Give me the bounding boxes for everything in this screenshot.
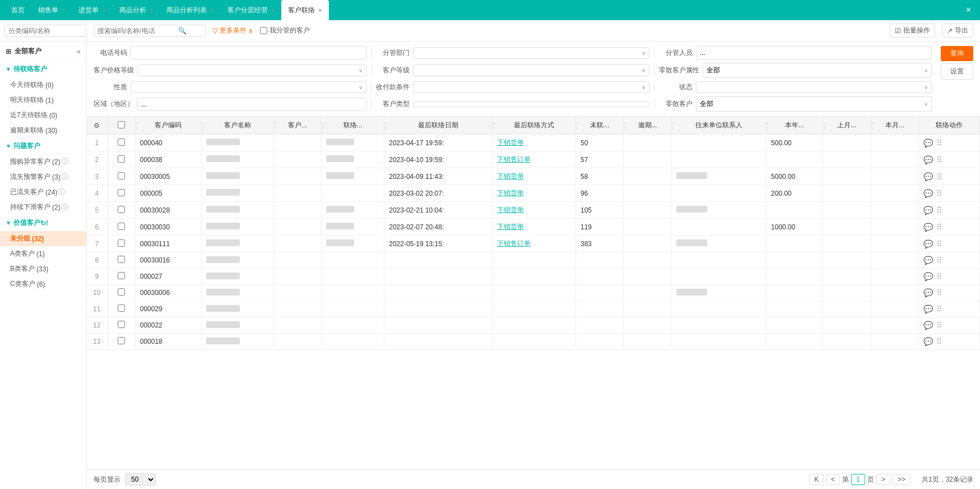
th-checkbox[interactable] xyxy=(107,117,135,135)
search-icon[interactable]: 🔍 xyxy=(178,27,187,35)
row-checkbox[interactable] xyxy=(118,288,125,296)
settings-icon[interactable]: ⚙ xyxy=(94,122,100,130)
close-product-analysis-tab[interactable]: × xyxy=(150,7,153,13)
batch-operation-btn[interactable]: ☑ 批量操作 xyxy=(890,24,935,38)
close-purchase-tab[interactable]: × xyxy=(102,7,105,13)
my-customers-checkbox-label[interactable]: 我分管的客户 xyxy=(260,26,310,35)
nav-home[interactable]: 首页 xyxy=(4,0,31,20)
more-icon[interactable]: ⠿ xyxy=(936,172,942,181)
row-last-way[interactable]: 下销货单 xyxy=(492,219,575,236)
nav-product-analysis-list[interactable]: 商品分析列表 × xyxy=(160,0,220,20)
last-way-link[interactable]: 下销货单 xyxy=(497,172,524,180)
more-icon[interactable]: ⠿ xyxy=(936,155,942,164)
more-icon[interactable]: ⠿ xyxy=(936,321,942,330)
row-last-way[interactable] xyxy=(492,252,575,269)
nav-next-btn[interactable]: > xyxy=(876,474,890,485)
more-icon[interactable]: ⠿ xyxy=(936,223,942,232)
close-contact-tab[interactable]: × xyxy=(318,7,322,13)
retail-attr-select[interactable]: 全部 ∨ xyxy=(703,63,932,78)
sidebar-class-c[interactable]: C类客户 (6) xyxy=(0,276,86,292)
message-icon[interactable]: 💬 xyxy=(923,321,933,330)
nav-product-analysis[interactable]: 商品分析 × xyxy=(113,0,160,20)
status-select[interactable]: ∨ xyxy=(696,81,932,93)
message-icon[interactable]: 💬 xyxy=(923,139,933,147)
message-icon[interactable]: 💬 xyxy=(923,256,933,265)
close-product-list-tab[interactable]: × xyxy=(210,7,213,13)
row-last-way[interactable]: 下销售订单 xyxy=(492,151,575,168)
row-checkbox[interactable] xyxy=(118,223,125,230)
row-checkbox[interactable] xyxy=(118,337,125,344)
more-icon[interactable]: ⠿ xyxy=(936,337,942,346)
more-conditions-btn[interactable]: ▽ 更多条件 ∧ xyxy=(212,26,253,35)
per-page-select[interactable]: 50 20 100 xyxy=(125,473,156,486)
collapse-arrow-icon[interactable]: « xyxy=(77,48,81,56)
row-last-way[interactable] xyxy=(492,317,575,334)
retail-cust-select[interactable]: 全部 ∨ xyxy=(696,96,932,112)
group-value-customers[interactable]: ▼ 价值客户 ↻ ! xyxy=(0,215,86,231)
nav-purchase[interactable]: 进货单 × xyxy=(72,0,112,20)
last-way-link[interactable]: 下销货单 xyxy=(497,189,524,197)
message-icon[interactable]: 💬 xyxy=(923,305,933,313)
sidebar-abnormal-stock[interactable]: 囤购异常客户 (2) ⓘ xyxy=(0,154,86,169)
message-icon[interactable]: 💬 xyxy=(923,223,933,232)
close-sales-tab[interactable]: × xyxy=(62,7,65,13)
row-last-way[interactable]: 下销货单 xyxy=(492,202,575,219)
settings-button[interactable]: 设置 xyxy=(941,63,973,80)
window-close[interactable]: × xyxy=(962,5,976,15)
export-btn[interactable]: ↗ 导出 xyxy=(942,24,973,38)
group-problem-customers[interactable]: ▼ 问题客户 xyxy=(0,138,86,154)
sidebar-lost-customers[interactable]: 已流失客户 (24) ⓘ xyxy=(0,184,86,200)
nav-prev-btn[interactable]: < xyxy=(826,474,840,485)
message-icon[interactable]: 💬 xyxy=(923,272,933,281)
nav-last-btn[interactable]: >> xyxy=(893,474,911,485)
more-icon[interactable]: ⠿ xyxy=(936,305,942,313)
nav-sales[interactable]: 销售单 × xyxy=(31,0,72,20)
row-last-way[interactable]: 下销售订单 xyxy=(492,236,575,252)
pay-terms-select[interactable]: ∨ xyxy=(413,81,649,93)
region-select[interactable]: ... xyxy=(137,98,366,111)
message-icon[interactable]: 💬 xyxy=(923,337,933,346)
message-icon[interactable]: 💬 xyxy=(923,206,933,215)
more-icon[interactable]: ⠿ xyxy=(936,189,942,198)
nav-customer-contact[interactable]: 客户联络 × xyxy=(281,0,328,20)
sidebar-ungroup[interactable]: 未分组 (32) xyxy=(0,231,86,246)
person-select[interactable]: ... xyxy=(696,46,932,59)
phone-input[interactable] xyxy=(131,46,366,59)
row-checkbox[interactable] xyxy=(118,305,125,312)
nav-customer-segment[interactable]: 客户分层经营 × xyxy=(221,0,281,20)
cust-level-select[interactable]: ∨ xyxy=(413,64,649,76)
row-last-way[interactable] xyxy=(492,334,575,350)
more-icon[interactable]: ⠿ xyxy=(936,288,942,297)
my-customers-checkbox[interactable] xyxy=(260,27,267,34)
dept-select[interactable]: ∨ xyxy=(413,47,649,59)
more-icon[interactable]: ⠿ xyxy=(936,139,942,147)
row-checkbox[interactable] xyxy=(118,239,125,247)
cust-type-select[interactable] xyxy=(413,102,649,107)
message-icon[interactable]: 💬 xyxy=(923,172,933,181)
row-last-way[interactable] xyxy=(492,285,575,301)
nature-select[interactable]: ∨ xyxy=(131,81,366,93)
sidebar-7days-pending[interactable]: 近7天待联络 (0) xyxy=(0,108,86,123)
row-checkbox[interactable] xyxy=(118,155,125,163)
close-segment-tab[interactable]: × xyxy=(271,7,275,13)
row-checkbox[interactable] xyxy=(118,272,125,279)
row-checkbox[interactable] xyxy=(118,321,125,328)
nav-first-btn[interactable]: K xyxy=(809,474,824,485)
row-last-way[interactable] xyxy=(492,301,575,317)
sidebar-class-a[interactable]: A类客户 (1) xyxy=(0,246,86,261)
row-checkbox[interactable] xyxy=(118,189,125,196)
row-checkbox[interactable] xyxy=(118,206,125,213)
search-input[interactable] xyxy=(97,27,176,35)
sidebar-search-input[interactable] xyxy=(4,25,87,37)
last-way-link[interactable]: 下销售订单 xyxy=(497,239,531,247)
th-settings[interactable]: ⚙ xyxy=(87,117,107,135)
sidebar-today-pending[interactable]: 今天待联络 (0) xyxy=(0,77,86,93)
row-checkbox[interactable] xyxy=(118,172,125,179)
select-all-checkbox[interactable] xyxy=(118,121,125,128)
more-icon[interactable]: ⠿ xyxy=(936,206,942,215)
row-last-way[interactable]: 下销货单 xyxy=(492,135,575,151)
sidebar-declining-customers[interactable]: 持续下滑客户 (2) ⓘ xyxy=(0,200,86,215)
price-level-select[interactable]: ∨ xyxy=(137,64,366,76)
refresh-icon[interactable]: ↻ xyxy=(40,219,46,227)
row-last-way[interactable] xyxy=(492,269,575,285)
